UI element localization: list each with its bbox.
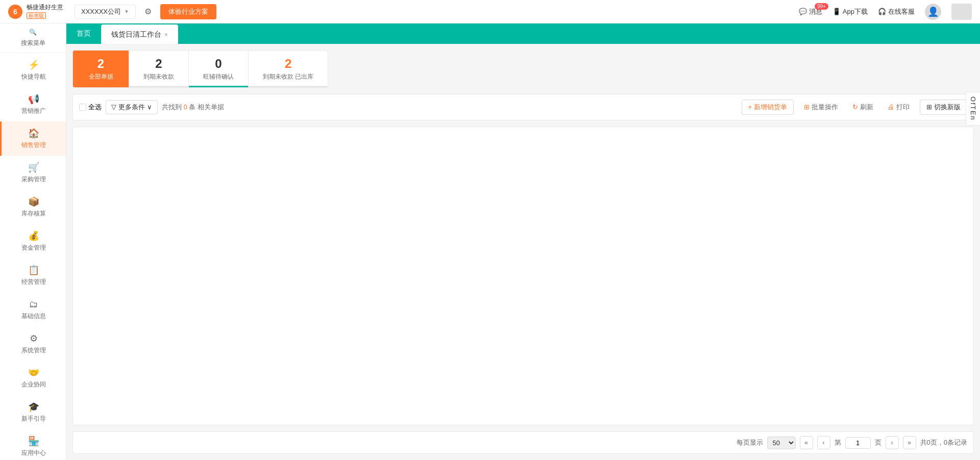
company-dropdown-icon: ▼ — [124, 9, 129, 14]
sidebar-item-label-marketing: 营销推广 — [21, 107, 46, 115]
toolbar: 全选 ▽ 更多条件 ∨ 共找到 0 条 相关单据 — [72, 94, 974, 120]
sidebar-item-sales[interactable]: 🏠 销售管理 — [0, 122, 66, 156]
select-all-checkbox[interactable]: 全选 — [79, 103, 102, 112]
stat-label-wangpu: 旺辅待确认 — [203, 72, 234, 81]
online-service-icon: 🎧 — [878, 8, 886, 15]
sidebar-item-inventory[interactable]: 📦 库存核算 — [0, 190, 66, 224]
switch-icon: ⊞ — [926, 103, 932, 111]
batch-button[interactable]: ⊞ 批量操作 — [800, 101, 842, 114]
result-unit: 条 — [189, 103, 195, 111]
sidebar-item-label-operation: 经营管理 — [21, 278, 46, 286]
stat-card-shipped[interactable]: 2 到期未收款 已出库 — [249, 51, 328, 87]
company-name: XXXXXX公司 — [81, 7, 121, 16]
filter-label: 更多条件 — [118, 103, 145, 112]
filter-button[interactable]: ▽ 更多条件 ∨ — [106, 100, 158, 114]
app-download-item[interactable]: 📱 App下载 — [832, 7, 868, 16]
sidebar-item-enterprise[interactable]: 🤝 企业协同 — [0, 361, 66, 395]
tab-close-icon[interactable]: × — [164, 31, 168, 38]
often-tag[interactable]: OfTEn — [966, 92, 980, 126]
app-download-label: App下载 — [843, 7, 868, 16]
stat-card-overdue[interactable]: 2 到期未收款 — [129, 51, 189, 87]
online-service-item[interactable]: 🎧 在线客服 — [878, 7, 915, 16]
pagination: 每页显示 50 100 200 « ‹ 第 页 › » 共0页，0条记录 — [72, 431, 974, 454]
tab-home-label: 首页 — [77, 29, 91, 38]
print-button[interactable]: 🖨 打印 — [884, 101, 914, 114]
logo-area: 6 畅捷通好生意 标准版 — [8, 4, 75, 20]
search-icon: 🔍 — [29, 29, 37, 36]
logo-icon: 6 — [8, 5, 22, 19]
page-suffix: 页 — [875, 438, 881, 447]
sidebar-item-label-purchase: 采购管理 — [21, 175, 46, 184]
page-last-button[interactable]: » — [903, 436, 916, 449]
switch-button[interactable]: ⊞ 切换新版 — [920, 100, 967, 115]
table-area — [72, 127, 974, 425]
batch-label: 批量操作 — [812, 103, 838, 112]
quick-nav-icon: ⚡ — [28, 59, 39, 70]
app-center-icon: 🏪 — [28, 435, 39, 447]
stat-label-shipped: 到期未收款 已出库 — [263, 72, 313, 81]
search-label: 搜索菜单 — [21, 39, 45, 47]
sidebar-item-system[interactable]: ⚙ 系统管理 — [0, 327, 66, 361]
trial-button[interactable]: 体验行业方案 — [160, 4, 216, 19]
page-number-input[interactable] — [845, 437, 871, 449]
checkbox-input[interactable] — [79, 104, 86, 111]
finance-icon: 💰 — [28, 230, 39, 241]
result-suffix: 相关单据 — [198, 103, 224, 111]
sidebar-item-label-basic-info: 基础信息 — [21, 312, 46, 321]
sidebar-item-basic-info[interactable]: 🗂 基础信息 — [0, 293, 66, 327]
system-icon: ⚙ — [28, 333, 39, 344]
app-download-icon: 📱 — [832, 8, 841, 15]
sidebar-item-quick-nav[interactable]: ⚡ 快捷导航 — [0, 53, 66, 87]
sidebar-item-label-quick-nav: 快捷导航 — [21, 72, 46, 81]
sidebar-search[interactable]: 🔍 搜索菜单 — [0, 23, 66, 53]
refresh-button[interactable]: ↻ 刷新 — [848, 101, 877, 114]
sidebar-item-app-center[interactable]: 🏪 应用中心 — [0, 429, 66, 460]
stat-number-all: 2 — [87, 57, 114, 71]
avatar[interactable]: 👤 — [925, 4, 941, 20]
result-text: 共找到 0 条 相关单据 — [162, 103, 224, 112]
page-prev-button[interactable]: ‹ — [817, 436, 830, 449]
layout: 🔍 搜索菜单 ⚡ 快捷导航 📢 营销推广 🏠 销售管理 🛒 采购管理 📦 库存核… — [0, 23, 980, 460]
print-icon: 🖨 — [888, 103, 894, 111]
main-content: 首页 钱货日清工作台 × 2 全部单据 2 到期未收款 — [66, 23, 980, 460]
sidebar-item-purchase[interactable]: 🛒 采购管理 — [0, 156, 66, 190]
sidebar-item-finance[interactable]: 💰 资金管理 — [0, 224, 66, 258]
message-item[interactable]: 💬 消息 99+ — [799, 7, 822, 16]
company-selector[interactable]: XXXXXX公司 ▼ — [75, 5, 136, 19]
tab-home[interactable]: 首页 — [66, 23, 101, 44]
username-area[interactable] — [951, 4, 972, 20]
new-order-label: + 新增销货单 — [748, 103, 787, 112]
sidebar-item-label-sales: 销售管理 — [21, 141, 46, 150]
new-order-button[interactable]: + 新增销货单 — [742, 100, 794, 115]
top-header: 6 畅捷通好生意 标准版 XXXXXX公司 ▼ ⚙ 体验行业方案 💬 消息 99… — [0, 0, 980, 23]
operation-icon: 📋 — [28, 264, 39, 276]
sidebar-item-operation[interactable]: 📋 经营管理 — [0, 258, 66, 293]
result-prefix: 共找到 — [162, 103, 182, 111]
logo-text: 畅捷通好生意 — [27, 4, 63, 12]
select-all-label: 全选 — [88, 103, 102, 112]
marketing-icon: 📢 — [28, 93, 39, 105]
refresh-label: 刷新 — [860, 103, 873, 112]
basic-info-icon: 🗂 — [28, 299, 39, 310]
message-badge: 99+ — [815, 3, 828, 10]
stat-card-wangpu[interactable]: 0 旺辅待确认 — [189, 51, 249, 87]
settings-icon[interactable]: ⚙ — [140, 4, 156, 20]
stat-card-all[interactable]: 2 全部单据 — [73, 51, 129, 87]
stat-number-overdue: 2 — [143, 57, 174, 71]
logo-tag: 标准版 — [27, 12, 46, 19]
page-label: 第 — [835, 438, 841, 447]
switch-label: 切换新版 — [934, 103, 961, 112]
tab-active[interactable]: 钱货日清工作台 × — [101, 25, 178, 45]
purchase-icon: 🛒 — [28, 162, 39, 173]
sidebar-item-newbie[interactable]: 🎓 新手引导 — [0, 395, 66, 429]
sidebar-item-marketing[interactable]: 📢 营销推广 — [0, 87, 66, 122]
page-first-button[interactable]: « — [800, 436, 813, 449]
tab-bar: 首页 钱货日清工作台 × — [66, 23, 980, 44]
filter-icon: ▽ — [111, 103, 116, 111]
newbie-icon: 🎓 — [28, 401, 39, 413]
tab-active-label: 钱货日清工作台 — [111, 30, 161, 39]
per-page-select[interactable]: 50 100 200 — [767, 437, 796, 449]
page-content: 2 全部单据 2 到期未收款 0 旺辅待确认 2 到期未收款 已出库 — [66, 44, 980, 460]
stat-label-all: 全部单据 — [87, 72, 114, 81]
page-next-button[interactable]: › — [886, 436, 899, 449]
